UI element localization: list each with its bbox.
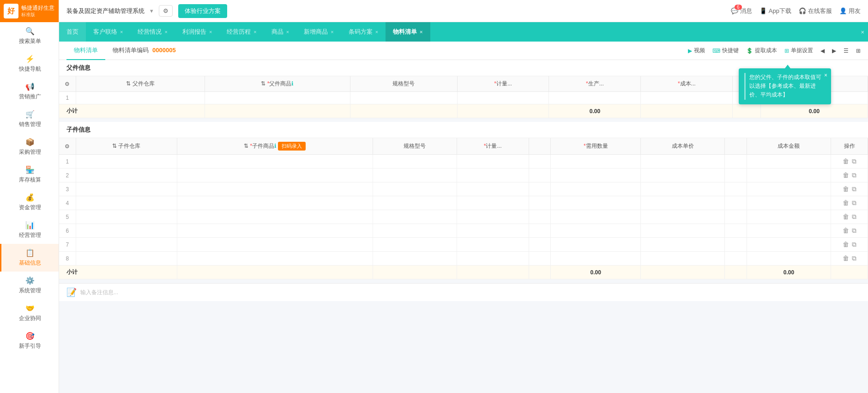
child-row-goods[interactable]	[177, 224, 373, 238]
parent-row-warehouse[interactable]	[76, 92, 205, 104]
tab-profit-report[interactable]: 利润报告 ×	[175, 22, 219, 42]
tab-operation-history[interactable]: 经营历程 ×	[219, 22, 264, 42]
child-row-goods[interactable]	[177, 196, 373, 210]
delete-icon[interactable]: 🗑	[843, 213, 849, 221]
child-row-unit-cost[interactable]	[641, 238, 725, 252]
copy-icon[interactable]: ⧉	[852, 199, 856, 207]
sidebar-item-marketing[interactable]: 📢 营销推广	[0, 78, 59, 105]
child-row-unit-cost[interactable]	[641, 210, 725, 224]
child-row-spec[interactable]	[373, 238, 457, 252]
copy-icon[interactable]: ⧉	[852, 171, 856, 179]
parent-row-goods[interactable]	[205, 92, 350, 104]
child-row-unit[interactable]	[457, 169, 529, 182]
tab-customer[interactable]: 客户联络 ×	[86, 22, 130, 42]
app-download-button[interactable]: 📱 App下载	[760, 7, 791, 15]
sidebar-item-sysmanage[interactable]: ⚙️ 系统管理	[0, 272, 59, 299]
child-row-unit[interactable]	[457, 182, 529, 196]
child-row-spec[interactable]	[373, 155, 457, 169]
message-button[interactable]: 💬 6 消息	[731, 7, 752, 15]
sidebar-item-purchase[interactable]: 📦 采购管理	[0, 133, 59, 161]
grid-toggle-button[interactable]: ⊞	[856, 48, 861, 54]
close-operations-status-tab[interactable]: ×	[164, 29, 167, 35]
child-row-unit-cost[interactable]	[641, 224, 725, 238]
sidebar-item-search[interactable]: 🔍 搜索菜单	[0, 22, 59, 50]
child-row-warehouse[interactable]	[76, 155, 177, 169]
child-row-goods[interactable]	[177, 210, 373, 224]
nav-next-button[interactable]: ▶	[832, 48, 836, 54]
close-profit-report-tab[interactable]: ×	[209, 29, 212, 35]
sidebar-item-basicinfo[interactable]: 📋 基础信息	[0, 244, 59, 272]
child-row-unit-cost[interactable]	[641, 182, 725, 196]
delete-icon[interactable]: 🗑	[843, 227, 849, 235]
child-row-spec[interactable]	[373, 210, 457, 224]
child-row-goods[interactable]	[177, 155, 373, 169]
child-row-warehouse[interactable]	[76, 196, 177, 210]
child-row-spec[interactable]	[373, 182, 457, 196]
child-row-unit-cost[interactable]	[641, 155, 725, 169]
child-row-unit[interactable]	[457, 238, 529, 252]
child-row-goods[interactable]	[177, 169, 373, 182]
sidebar-item-finance[interactable]: 💰 资金管理	[0, 188, 59, 216]
child-row-unit[interactable]	[457, 224, 529, 238]
delete-icon[interactable]: 🗑	[843, 254, 849, 262]
child-row-unit-cost[interactable]	[641, 169, 725, 182]
copy-icon[interactable]: ⧉	[852, 227, 856, 235]
child-row-warehouse[interactable]	[76, 238, 177, 252]
child-row-warehouse[interactable]	[76, 252, 177, 266]
child-row-warehouse[interactable]	[76, 210, 177, 224]
parent-goods-info-icon[interactable]: ℹ	[291, 80, 294, 87]
child-row-unit[interactable]	[457, 196, 529, 210]
child-row-warehouse[interactable]	[76, 224, 177, 238]
close-operation-history-tab[interactable]: ×	[253, 29, 256, 35]
child-row-unit-cost[interactable]	[641, 196, 725, 210]
tab-goods[interactable]: 商品 ×	[264, 22, 296, 42]
dropdown-icon[interactable]: ▾	[150, 7, 153, 14]
sidebar-item-quicknav[interactable]: ⚡ 快捷导航	[0, 50, 59, 78]
child-goods-info-icon[interactable]: ℹ	[274, 143, 277, 149]
sidebar-item-guide[interactable]: 🎯 新手引导	[0, 327, 59, 355]
sidebar-item-sales[interactable]: 🛒 销售管理	[0, 105, 59, 133]
tab-new-goods[interactable]: 新增商品 ×	[296, 22, 341, 42]
child-row-quantity[interactable]	[551, 155, 641, 169]
scan-input-button[interactable]: 扫码录入	[278, 142, 306, 151]
sub-tab-bom-list[interactable]: 物料清单	[66, 42, 105, 60]
child-row-quantity[interactable]	[551, 182, 641, 196]
copy-icon[interactable]: ⧉	[852, 254, 856, 262]
nav-prev-button[interactable]: ◀	[820, 48, 825, 54]
child-row-spec[interactable]	[373, 252, 457, 266]
tab-operations-status[interactable]: 经营情况 ×	[130, 22, 175, 42]
parent-row-cost[interactable]	[641, 92, 733, 104]
child-gear-icon[interactable]: ⚙	[65, 143, 70, 150]
cost-button[interactable]: 💲 提取成本	[746, 47, 777, 54]
child-row-goods[interactable]	[177, 182, 373, 196]
child-row-unit-cost[interactable]	[641, 252, 725, 266]
child-row-unit[interactable]	[457, 210, 529, 224]
child-row-quantity[interactable]	[551, 238, 641, 252]
shortcut-button[interactable]: ⌨ 快捷键	[712, 47, 739, 54]
delete-icon[interactable]: 🗑	[843, 241, 849, 248]
parent-gear-icon[interactable]: ⚙	[65, 81, 70, 87]
child-row-quantity[interactable]	[551, 196, 641, 210]
copy-icon[interactable]: ⧉	[852, 213, 856, 221]
child-row-quantity[interactable]	[551, 224, 641, 238]
close-new-goods-tab[interactable]: ×	[331, 29, 333, 35]
close-bom-tab[interactable]: ×	[420, 29, 422, 35]
child-row-spec[interactable]	[373, 169, 457, 182]
user-button[interactable]: 👤 用友	[839, 7, 861, 15]
child-row-goods[interactable]	[177, 252, 373, 266]
sidebar-item-enterprise[interactable]: 🤝 企业协同	[0, 299, 59, 327]
tab-home[interactable]: 首页	[59, 22, 86, 42]
child-row-quantity[interactable]	[551, 169, 641, 182]
video-button[interactable]: ▶ 视频	[688, 47, 705, 54]
online-service-button[interactable]: 🎧 在线客服	[799, 7, 832, 15]
delete-icon[interactable]: 🗑	[843, 199, 849, 207]
sidebar-item-operations[interactable]: 📊 经营管理	[0, 216, 59, 244]
single-setting-button[interactable]: ⊞ 单据设置	[784, 47, 813, 54]
child-row-spec[interactable]	[373, 196, 457, 210]
child-row-warehouse[interactable]	[76, 182, 177, 196]
delete-icon[interactable]: 🗑	[843, 157, 849, 165]
settings-button[interactable]: ⚙	[159, 5, 173, 17]
child-row-spec[interactable]	[373, 224, 457, 238]
parent-row-unit[interactable]	[457, 92, 549, 104]
trial-button[interactable]: 体验行业方案	[178, 4, 227, 18]
